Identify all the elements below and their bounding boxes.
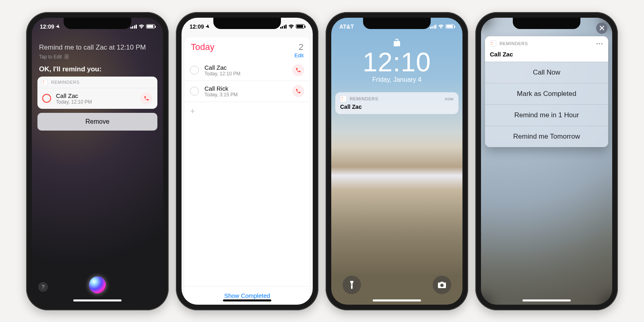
action-remind-1h[interactable]: Remind me in 1 Hour — [485, 104, 608, 126]
notch — [363, 18, 431, 29]
phone-reminders: 12:09 ➤ Today 2 Edit — [176, 12, 318, 310]
siri-orb-icon[interactable] — [89, 276, 106, 293]
edit-button[interactable]: Edit — [295, 52, 303, 58]
notch — [64, 18, 131, 29]
home-indicator[interactable] — [223, 299, 271, 301]
camera-button[interactable] — [433, 276, 451, 294]
action-remind-tomorrow[interactable]: Remind me Tomorrow — [485, 126, 608, 147]
signal-icon — [130, 25, 137, 29]
notch — [513, 18, 580, 29]
reminder-checkbox[interactable] — [190, 87, 199, 96]
action-mark-completed[interactable]: Mark as Completed — [485, 83, 608, 104]
phone-notification-expanded: REMINDERS ••• Call Zac Call Now Mark as … — [475, 12, 618, 310]
wifi-icon — [438, 23, 444, 30]
reminders-app-icon — [41, 79, 48, 85]
notification-title: Call Zac — [490, 51, 603, 58]
battery-icon — [446, 24, 454, 29]
phone-lockscreen: AT&T 12:10 Friday, January 4 — [326, 12, 468, 310]
list-item[interactable]: Call Rick Today, 3:15 PM — [184, 81, 310, 102]
reminder-subtitle: Today, 3:15 PM — [204, 92, 238, 98]
reminders-app-icon — [490, 40, 496, 47]
more-icon[interactable]: ••• — [596, 41, 603, 46]
card-time-label: now — [445, 96, 454, 101]
signal-icon — [280, 25, 287, 29]
reminder-title: Call Zac — [56, 92, 92, 99]
reminder-title: Call Zac — [204, 64, 240, 71]
signal-icon — [430, 25, 437, 29]
lock-time: 12:10 — [363, 49, 431, 75]
status-time: 12:09 — [190, 23, 204, 30]
card-app-label: REMINDERS — [500, 41, 528, 46]
show-completed-button[interactable]: Show Completed — [184, 286, 310, 305]
notification-card: REMINDERS ••• Call Zac Call Now Mark as … — [485, 36, 608, 147]
home-indicator[interactable] — [522, 299, 571, 301]
reminder-checkbox[interactable] — [42, 94, 51, 103]
reminder-checkbox[interactable] — [190, 66, 199, 75]
notification-title: Call Zac — [340, 104, 454, 110]
notch — [213, 18, 281, 29]
phone-icon[interactable] — [140, 92, 153, 104]
battery-icon — [296, 24, 305, 29]
home-indicator[interactable] — [73, 299, 122, 301]
siri-reminder-card[interactable]: REMINDERS Call Zac Today, 12:10 PM — [37, 77, 157, 109]
card-app-label: REMINDERS — [350, 96, 378, 101]
flashlight-button[interactable] — [343, 276, 361, 294]
reminder-subtitle: Today, 12:10 PM — [56, 99, 92, 105]
action-call-now[interactable]: Call Now — [485, 62, 608, 83]
status-time: 12:09 — [40, 23, 54, 30]
card-app-label: REMINDERS — [51, 80, 80, 85]
list-item[interactable]: Call Zac Today, 12:10 PM — [184, 60, 310, 81]
home-indicator[interactable] — [373, 299, 421, 301]
close-button[interactable] — [596, 23, 607, 34]
phone-icon[interactable] — [292, 64, 304, 76]
siri-help-button[interactable]: ? — [38, 282, 48, 292]
lock-date: Friday, January 4 — [372, 76, 421, 83]
status-carrier: AT&T — [339, 23, 354, 30]
list-title: Today — [191, 42, 215, 52]
list-count: 2 — [295, 42, 303, 52]
battery-icon — [146, 24, 155, 29]
wifi-icon — [138, 23, 144, 30]
add-reminder-button[interactable]: + — [184, 102, 310, 120]
phone-icon[interactable] — [292, 85, 304, 97]
reminder-title: Call Rick — [204, 85, 238, 92]
siri-tap-label: Tap to Edit — [39, 54, 62, 60]
siri-query: Remind me to call Zac at 12:10 PM — [37, 44, 157, 52]
remove-button[interactable]: Remove — [37, 113, 157, 131]
chevron-right-icon: › — [64, 54, 69, 59]
wifi-icon — [288, 23, 294, 30]
siri-response: OK, I'll remind you: — [39, 65, 156, 73]
lock-notification[interactable]: REMINDERS now Call Zac — [335, 92, 458, 114]
location-icon: ➤ — [54, 23, 61, 30]
siri-tap-to-edit[interactable]: Tap to Edit › — [37, 54, 157, 60]
location-icon: ➤ — [204, 23, 211, 30]
reminder-subtitle: Today, 12:10 PM — [204, 71, 240, 77]
reminders-app-icon — [340, 96, 347, 102]
phone-siri: 12:09 ➤ Remind me to call Zac at 12:10 P… — [26, 12, 169, 310]
